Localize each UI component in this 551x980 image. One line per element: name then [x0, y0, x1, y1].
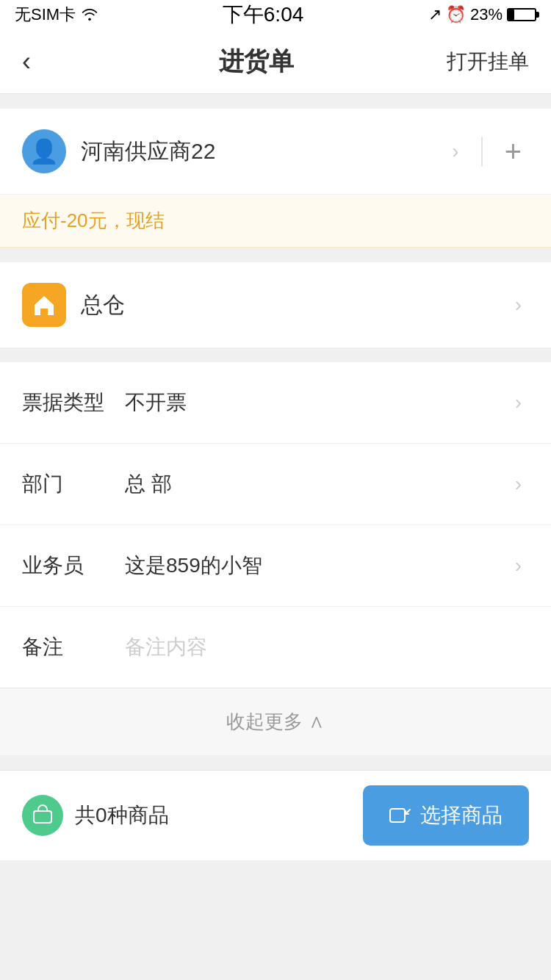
cart-icon — [31, 804, 54, 827]
ticket-type-label: 票据类型 — [22, 389, 125, 417]
svg-rect-1 — [390, 809, 405, 822]
warehouse-label: 总仓 — [81, 290, 515, 320]
alarm-icon: ⏰ — [446, 5, 466, 24]
avatar: 👤 — [22, 129, 66, 173]
product-count-text: 共0种商品 — [75, 801, 169, 829]
select-icon — [389, 807, 411, 824]
add-supplier-button[interactable]: + — [497, 135, 529, 168]
location-icon: ↗ — [428, 5, 442, 24]
back-button[interactable]: ‹ — [22, 46, 66, 77]
product-count-area: 共0种商品 — [22, 795, 169, 836]
salesman-label: 业务员 — [22, 552, 125, 580]
department-label: 部门 — [22, 470, 125, 498]
chevron-right-icon: › — [515, 391, 522, 414]
salesman-row[interactable]: 业务员 这是859的小智 › — [0, 525, 551, 607]
bottom-bar: 共0种商品 选择商品 — [0, 770, 551, 860]
section-divider-2 — [0, 248, 551, 262]
page-title: 进货单 — [219, 45, 294, 79]
divider — [481, 137, 483, 166]
supplier-row[interactable]: 👤 河南供应商22 › + — [0, 109, 551, 195]
form-section: 票据类型 不开票 › 部门 总 部 › 业务员 这是859的小智 › 备注 备注… — [0, 362, 551, 688]
select-product-button[interactable]: 选择商品 — [363, 785, 529, 846]
select-product-label: 选择商品 — [420, 801, 503, 829]
open-pending-button[interactable]: 打开挂单 — [447, 48, 529, 76]
status-bar: 无SIM卡 下午6:04 ↗ ⏰ 23% — [0, 0, 551, 29]
ticket-type-row[interactable]: 票据类型 不开票 › — [0, 362, 551, 444]
battery-icon — [507, 8, 536, 21]
svg-rect-0 — [34, 811, 51, 823]
salesman-value: 这是859的小智 — [125, 552, 515, 580]
nav-bar: ‹ 进货单 打开挂单 — [0, 29, 551, 94]
ticket-type-value: 不开票 — [125, 389, 515, 417]
status-time: 下午6:04 — [223, 1, 304, 29]
supplier-card: 👤 河南供应商22 › + 应付-20元，现结 — [0, 109, 551, 248]
product-icon — [22, 795, 63, 836]
chevron-right-icon: › — [452, 140, 458, 163]
department-row[interactable]: 部门 总 部 › — [0, 444, 551, 525]
section-divider-1 — [0, 94, 551, 109]
chevron-right-icon: › — [515, 293, 522, 317]
warehouse-icon — [22, 283, 66, 327]
remark-row[interactable]: 备注 备注内容 — [0, 607, 551, 688]
home-icon — [31, 292, 57, 318]
gray-area — [0, 860, 551, 980]
status-right: ↗ ⏰ 23% — [428, 5, 536, 24]
battery-percent: 23% — [470, 5, 503, 24]
remark-label: 备注 — [22, 633, 125, 661]
remark-input[interactable]: 备注内容 — [125, 633, 529, 661]
chevron-right-icon: › — [515, 472, 522, 496]
chevron-right-icon: › — [515, 554, 522, 577]
status-carrier: 无SIM卡 — [15, 4, 98, 26]
warehouse-row[interactable]: 总仓 › — [0, 262, 551, 347]
section-divider-3 — [0, 347, 551, 362]
supplier-name: 河南供应商22 — [81, 137, 452, 167]
warehouse-card[interactable]: 总仓 › — [0, 262, 551, 347]
notice-row: 应付-20元，现结 — [0, 195, 551, 248]
wifi-icon — [82, 9, 98, 21]
avatar-icon: 👤 — [29, 137, 59, 165]
department-value: 总 部 — [125, 470, 515, 498]
collapse-button[interactable]: 收起更多 ∧ — [0, 688, 551, 755]
section-divider-4 — [0, 755, 551, 770]
